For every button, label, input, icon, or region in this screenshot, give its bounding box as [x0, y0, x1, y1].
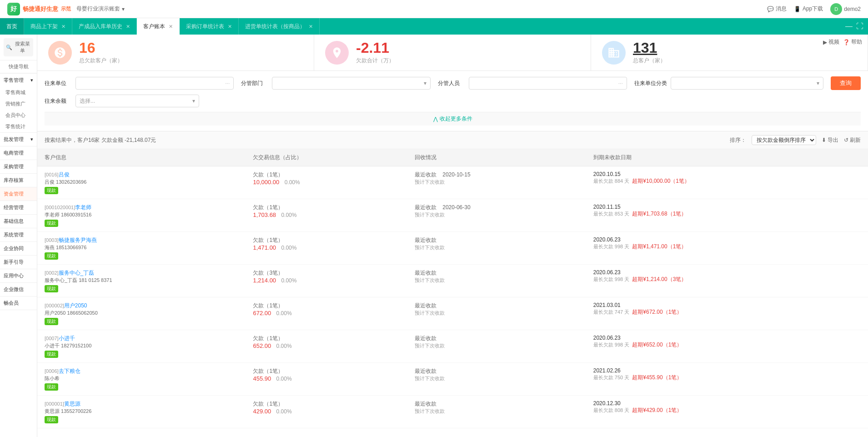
sort-select[interactable]: 按欠款金额倒序排序 [752, 135, 816, 145]
customer-name-5[interactable]: 小进千 [59, 335, 75, 342]
customer-name-7[interactable]: 黄思源 [64, 401, 80, 407]
sidebar-group-wholesale-title[interactable]: 批发管理 ▾ [0, 133, 37, 146]
col-debt-info: 欠交易信息（占比） [246, 149, 407, 166]
debt-ratio-0: 0.00% [285, 179, 300, 186]
nav-tabs: 首页 商品上下架 ✕ 产成品入库单历史 ✕ 客户账本 ✕ 采购订单统计表 ✕ 进… [0, 18, 868, 35]
sidebar-group-ecommerce-title[interactable]: 电商管理 [0, 146, 37, 160]
overdue-amount-5[interactable]: 超期¥652.00（1笔） [632, 342, 682, 348]
customer-name-3[interactable]: 服务中心_丁磊 [59, 270, 95, 276]
sidebar-group-business: 经营管理 [0, 201, 37, 215]
cell-overdue-6: 2021.02.26 最长欠款 750 天 超期¥455.90（1笔） [586, 363, 868, 396]
overdue-days-4: 最长欠款 747 天 超期¥672.00（1笔） [593, 308, 861, 316]
help-btn[interactable]: ❓ 帮助 [843, 38, 862, 46]
overdue-date-2: 2020.06.23 [593, 236, 861, 243]
table-body: [0016]吕俊 吕俊 13026203696 现款 欠款（1笔） 10,000… [37, 166, 868, 428]
tab-purchase-order-close[interactable]: ✕ [228, 24, 232, 30]
sidebar-group-system: 系统管理 [0, 228, 37, 242]
tab-inventory-stats[interactable]: 进货单统计表（按商品） ✕ [239, 18, 320, 35]
tab-production-history-close[interactable]: ✕ [126, 24, 130, 30]
sidebar-group-wechat-title[interactable]: 企业微信 [0, 283, 37, 296]
overdue-amount-3[interactable]: 超期¥1,214.00（3笔） [632, 276, 687, 282]
debt-amount-1: 1,703.68 [253, 211, 276, 218]
app-subtitle: 示范 [61, 5, 71, 12]
collection-label-4: 最近收款 [415, 302, 579, 310]
tab-products-shelf-close[interactable]: ✕ [61, 24, 65, 30]
tab-home[interactable]: 首页 [0, 18, 24, 35]
filter-manager-input[interactable]: ··· [469, 77, 627, 90]
tab-purchase-order[interactable]: 采购订单统计表 ✕ [180, 18, 239, 35]
maximize-icon[interactable]: ⛶ [856, 22, 863, 30]
filter-balance-select[interactable]: 选择... ▾ [75, 95, 199, 107]
collection-label-6: 最近收款 [415, 367, 579, 375]
customer-name-2[interactable]: 畅捷服务尹海燕 [59, 237, 97, 243]
filter-department-select[interactable]: ▾ [272, 77, 430, 90]
collapse-more-conditions[interactable]: ⋀ 收起更多条件 [45, 112, 861, 126]
customer-tag-2: 现款 [45, 252, 58, 260]
debt-ratio-3: 0.00% [281, 277, 296, 284]
tab-products-shelf[interactable]: 商品上下架 ✕ [24, 18, 72, 35]
download-btn[interactable]: 📱 App下载 [794, 5, 823, 13]
sidebar-search-btn[interactable]: 🔍 搜索菜单 [4, 38, 33, 56]
customer-contact-4: 用户2050 18665062050 [45, 310, 238, 316]
customer-name-1[interactable]: 李老师 [75, 204, 91, 211]
avatar: D [830, 3, 842, 15]
refresh-btn[interactable]: ↺ 刷新 [844, 136, 861, 144]
overdue-amount-1[interactable]: 超期¥1,703.68（1笔） [632, 211, 687, 217]
customer-name-6[interactable]: 去下粮仓 [59, 368, 80, 374]
filter-category-select[interactable]: ▾ [671, 77, 823, 90]
overdue-amount-2[interactable]: 超期¥1,471.00（1笔） [632, 243, 687, 250]
sidebar-item-retail-store[interactable]: 零售商城 [0, 87, 37, 98]
export-btn[interactable]: ⬇ 导出 [822, 136, 838, 144]
sidebar-nav-quicknav[interactable]: 快捷导航 [0, 60, 37, 73]
export-icon: ⬇ [822, 137, 826, 143]
debt-ratio-2: 0.00% [281, 245, 296, 251]
sidebar-group-member-title[interactable]: 畅会员 [0, 296, 37, 310]
customer-name-0[interactable]: 吕俊 [59, 171, 70, 178]
sidebar-group-basic-title[interactable]: 基础信息 [0, 215, 37, 228]
company-select[interactable]: 母婴行业演示账套 ▾ [76, 5, 125, 13]
dots-icon-manager: ··· [618, 80, 623, 86]
sidebar-item-members[interactable]: 会员中心 [0, 110, 37, 121]
minimize-icon[interactable]: — [845, 22, 853, 30]
customer-name-4[interactable]: 用户2050 [64, 302, 87, 309]
video-btn[interactable]: ▶ 视频 [823, 38, 839, 46]
collection-label-1: 最近收款 2020-06-30 [415, 204, 579, 211]
sidebar-group-finance-title[interactable]: 资金管理 [0, 187, 37, 201]
sidebar-group-apps-title[interactable]: 应用中心 [0, 269, 37, 282]
sidebar-group-wechat: 企业微信 [0, 283, 37, 296]
overdue-amount-0[interactable]: 超期¥10,000.00（1笔） [632, 178, 690, 184]
collection-label-7: 最近收款 [415, 400, 579, 408]
sidebar-group-purchase-title[interactable]: 采购管理 [0, 160, 37, 173]
cell-collection-1: 最近收款 2020-06-30 预计下次收款 [407, 199, 586, 232]
table-header-bar: 搜索结果中，客户16家 欠款金额 -21,148.07元 排序： 按欠款金额倒序… [37, 131, 868, 149]
filter-source-unit-input[interactable]: ··· [75, 77, 234, 90]
message-btn[interactable]: 💬 消息 [767, 5, 787, 13]
top-bar-right: 💬 消息 📱 App下载 D demo2 [767, 3, 861, 15]
sidebar-group-business-title[interactable]: 经营管理 [0, 201, 37, 214]
overdue-amount-6[interactable]: 超期¥455.90（1笔） [632, 374, 682, 381]
tab-customer-account[interactable]: 客户账本 ✕ [137, 18, 180, 35]
sidebar-group-guide-title[interactable]: 新手引导 [0, 256, 37, 269]
filter-category: 往来单位分类 ▾ [634, 77, 823, 90]
cell-overdue-1: 2020.11.15 最长欠款 853 天 超期¥1,703.68（1笔） [586, 199, 868, 232]
sidebar-group-collab-title[interactable]: 企业协同 [0, 242, 37, 255]
filter-row-1: 往来单位 ··· 分管部门 ▾ 分管人员 ··· [45, 76, 861, 90]
sidebar-item-marketing[interactable]: 营销推广 [0, 98, 37, 110]
overdue-amount-4[interactable]: 超期¥672.00（1笔） [632, 309, 682, 315]
overdue-amount-7[interactable]: 超期¥429.00（1笔） [632, 407, 682, 413]
tab-production-history[interactable]: 产成品入库单历史 ✕ [72, 18, 137, 35]
stat-total-customers: 131 总客户（家） ▶ 视频 ❓ 帮助 [591, 35, 868, 70]
user-area[interactable]: D demo2 [830, 3, 861, 15]
sidebar-group-inventory-title[interactable]: 库存核算 [0, 174, 37, 187]
cell-customer-2: [0003]畅捷服务尹海燕 海燕 18513066976 现款 [37, 232, 246, 265]
sidebar-item-retail-stats[interactable]: 零售统计 [0, 121, 37, 132]
tab-inventory-stats-close[interactable]: ✕ [309, 24, 313, 30]
logo-area: 好 畅捷通好生意 示范 [7, 3, 71, 15]
debt-amount-7: 429.00 [253, 408, 271, 415]
customer-contact-6: 陈小希 [45, 375, 238, 382]
customer-tag-1: 现款 [45, 220, 58, 227]
search-button[interactable]: 查询 [831, 76, 861, 90]
sidebar-group-system-title[interactable]: 系统管理 [0, 228, 37, 241]
tab-customer-account-close[interactable]: ✕ [169, 24, 173, 30]
sidebar-group-retail-title[interactable]: 零售管理 ▾ [0, 74, 37, 87]
